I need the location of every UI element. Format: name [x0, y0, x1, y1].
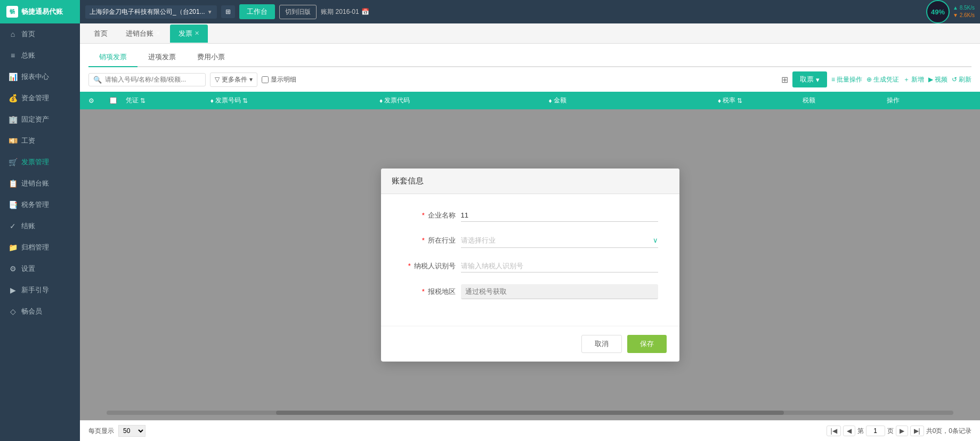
sub-tab-expense[interactable]: 费用小票 — [187, 48, 236, 67]
form-row-tax-id: * 纳税人识别号 — [402, 260, 658, 272]
archive-icon: 📁 — [9, 243, 17, 252]
guide-icon: ▶ — [9, 286, 17, 294]
batch-op-button[interactable]: ≡ 批量操作 — [831, 75, 862, 84]
sidebar-item-label: 工资 — [21, 136, 35, 146]
close-purchase-tab-icon[interactable]: ✕ — [156, 30, 160, 37]
modal-title: 账套信息 — [381, 169, 679, 194]
last-page-button[interactable]: ▶| — [910, 426, 924, 436]
company-name: 上海卯金刀电子科技有限公司_（台201... — [90, 7, 205, 17]
sidebar-item-label: 总账 — [21, 51, 35, 60]
sidebar-item-reports[interactable]: 📊 报表中心 — [0, 66, 80, 87]
ledger-icon: ≡ — [9, 51, 17, 60]
sidebar: 畅 畅捷通易代账 ⌂ 首页 ≡ 总账 📊 报表中心 💰 资金管理 🏢 固定资产 … — [0, 0, 80, 441]
next-page-button[interactable]: ▶ — [896, 426, 908, 436]
gen-voucher-button[interactable]: ⊕ 生成凭证 — [866, 75, 899, 84]
close-invoice-tab-icon[interactable]: ✕ — [195, 30, 199, 37]
voucher-icon: ⊕ — [866, 76, 872, 83]
tax-id-label: * 纳税人识别号 — [402, 261, 456, 271]
col-invoice-code: ♦ 发票代码 — [379, 96, 548, 105]
settings-icon: ⚙ — [9, 264, 17, 273]
first-page-button[interactable]: |◀ — [827, 426, 840, 436]
industry-dropdown-icon[interactable]: ∨ — [653, 236, 658, 244]
sidebar-item-guide[interactable]: ▶ 新手引导 — [0, 279, 80, 301]
per-page-select[interactable]: 50 100 200 — [118, 425, 145, 437]
add-icon: ＋ — [903, 75, 910, 84]
chevron-down-icon: ▼ — [207, 9, 213, 15]
settings-col-icon[interactable]: ⚙ — [88, 97, 94, 105]
sidebar-item-label: 进销台账 — [21, 179, 49, 188]
sidebar-item-assets[interactable]: 🏢 固定资产 — [0, 109, 80, 130]
topbar: 上海卯金刀电子科技有限公司_（台201... ▼ ⊞ 工作台 切到旧版 账期 2… — [80, 0, 980, 23]
col-invoice-no: ♦ 发票号码 ⇅ — [210, 96, 379, 105]
sort-tax-rate-icon[interactable]: ⇅ — [737, 97, 742, 105]
sub-tab-sales[interactable]: 销项发票 — [88, 48, 137, 67]
reports-icon: 📊 — [9, 73, 17, 81]
sidebar-item-payroll[interactable]: 💴 工资 — [0, 130, 80, 151]
company-name-input[interactable] — [461, 209, 658, 222]
sidebar-item-label: 畅会员 — [21, 307, 42, 316]
prev-page-button[interactable]: ◀ — [843, 426, 855, 436]
new-button[interactable]: ＋ 新增 — [903, 75, 924, 84]
right-toolbar: ⊞ 取票 ▾ ≡ 批量操作 ⊕ 生成凭证 ＋ 新增 ▶ — [781, 71, 971, 87]
pagination-controls: |◀ ◀ 第 页 ▶ ▶| 共0页，0条记录 — [827, 426, 971, 436]
topbar-right: 49% ▲ 8.5K/s ▼ 2.6K/s — [926, 0, 975, 23]
finance-icon: 💰 — [9, 94, 17, 102]
sort-icon3: ♦ — [549, 97, 552, 105]
sidebar-item-tax[interactable]: 📑 税务管理 — [0, 194, 80, 215]
tab-purchase[interactable]: 进销台账 ✕ — [117, 25, 169, 43]
tab-home[interactable]: 首页 — [85, 25, 116, 43]
company-selector[interactable]: 上海卯金刀电子科技有限公司_（台201... ▼ — [85, 5, 217, 19]
sidebar-item-home[interactable]: ⌂ 首页 — [0, 23, 80, 45]
modal-body: * 企业名称 * 所在行业 请选择行业 — [381, 194, 679, 326]
select-all-checkbox[interactable] — [110, 97, 117, 104]
speed-info: ▲ 8.5K/s ▼ 2.6K/s — [953, 4, 975, 19]
batch-icon: ≡ — [831, 76, 835, 83]
purchase-icon: 📋 — [9, 179, 17, 188]
search-box: 🔍 — [88, 73, 206, 86]
tax-region-input — [461, 284, 658, 299]
sidebar-item-label: 报表中心 — [21, 72, 49, 82]
chevron-down-icon: ▾ — [816, 76, 820, 84]
sort-voucher-icon[interactable]: ⇅ — [140, 97, 145, 105]
period-label: 账期 — [321, 7, 334, 17]
page-input[interactable] — [866, 426, 885, 436]
workbench-button[interactable]: 工作台 — [239, 4, 275, 19]
switch-old-button[interactable]: 切到旧版 — [279, 5, 317, 19]
tax-icon: 📑 — [9, 201, 17, 209]
sort-invoice-no-icon[interactable]: ⇅ — [242, 97, 248, 105]
search-input[interactable] — [105, 76, 201, 83]
save-button[interactable]: 保存 — [627, 335, 667, 353]
period-value: 2016-01 — [336, 8, 359, 15]
sidebar-item-closing[interactable]: ✓ 结账 — [0, 215, 80, 237]
industry-label: * 所在行业 — [402, 236, 456, 245]
bottom-bar: 每页显示 50 100 200 |◀ ◀ 第 页 ▶ ▶| 共0页，0条记录 — [80, 420, 980, 441]
sidebar-item-purchase[interactable]: 📋 进销台账 — [0, 173, 80, 194]
video-button[interactable]: ▶ 视频 — [928, 75, 947, 84]
show-detail-checkbox[interactable]: 显示明细 — [262, 75, 296, 84]
sidebar-item-finance[interactable]: 💰 资金管理 — [0, 87, 80, 109]
sidebar-item-member[interactable]: ◇ 畅会员 — [0, 301, 80, 322]
closing-icon: ✓ — [9, 222, 17, 230]
sidebar-item-ledger[interactable]: ≡ 总账 — [0, 45, 80, 66]
show-detail-input[interactable] — [262, 76, 269, 83]
industry-select[interactable]: 请选择行业 ∨ — [461, 234, 658, 248]
grid-view-button[interactable]: ⊞ — [781, 75, 788, 85]
copy-button[interactable]: ⊞ — [221, 5, 235, 18]
tax-id-input[interactable] — [461, 260, 658, 272]
filter-button[interactable]: ▽ 更多条件 ▾ — [210, 73, 257, 87]
ticket-button[interactable]: 取票 ▾ — [792, 71, 827, 87]
cancel-button[interactable]: 取消 — [581, 335, 622, 353]
refresh-button[interactable]: ↺ 刷新 — [952, 75, 971, 84]
tab-invoice[interactable]: 发票 ✕ — [170, 25, 208, 43]
toolbar: 🔍 ▽ 更多条件 ▾ 显示明细 ⊞ 取票 ▾ ≡ 批量操作 — [80, 67, 980, 92]
account-info-modal: 账套信息 * 企业名称 * — [381, 169, 679, 362]
sub-tab-purchase[interactable]: 进项发票 — [137, 48, 187, 67]
sidebar-item-archive[interactable]: 📁 归档管理 — [0, 237, 80, 258]
page-suffix: 页 — [887, 427, 894, 436]
col-settings: ⚙ — [88, 97, 110, 105]
home-icon: ⌂ — [9, 30, 17, 38]
company-name-label: * 企业名称 — [402, 211, 456, 220]
page-tabs: 首页 进销台账 ✕ 发票 ✕ — [80, 23, 980, 44]
sidebar-item-settings[interactable]: ⚙ 设置 — [0, 258, 80, 279]
sidebar-item-invoice[interactable]: 🛒 发票管理 — [0, 151, 80, 173]
